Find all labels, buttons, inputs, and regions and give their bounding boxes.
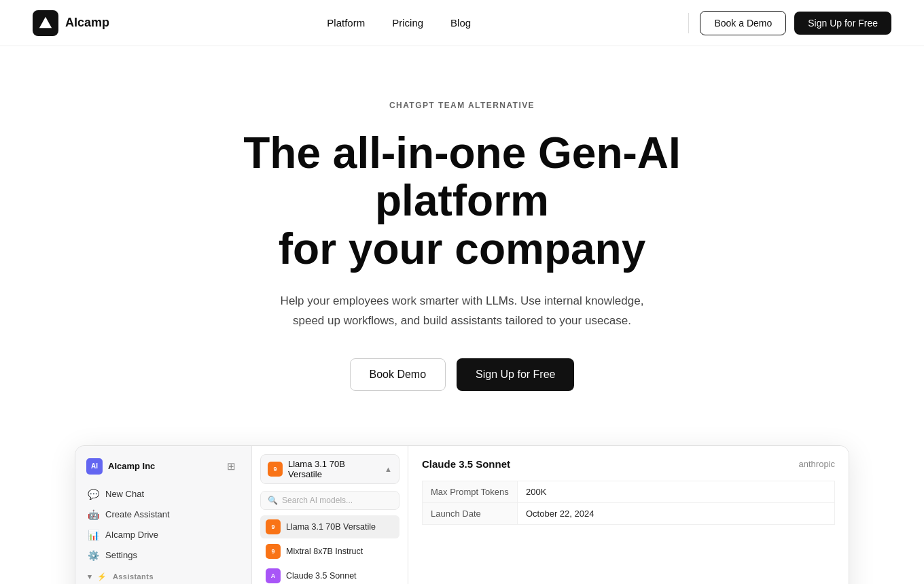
org-name: AIcamp Inc: [108, 461, 155, 471]
nav-actions: Book a Demo Sign Up for Free: [700, 11, 891, 35]
book-demo-button[interactable]: Book a Demo: [700, 11, 786, 35]
nav-platform[interactable]: Platform: [327, 17, 365, 29]
logo-text: AIcamp: [65, 16, 109, 30]
hero-section: CHATGPT TEAM ALTERNATIVE The all-in-one …: [0, 46, 924, 432]
model-list: 9 Llama 3.1 70B Versatile 9 Mixtral 8x7B…: [260, 515, 399, 584]
settings-label: Settings: [105, 550, 137, 560]
model-name-1: Mixtral 8x7B Instruct: [286, 547, 363, 556]
table-label-0: Max Prompt Tokens: [423, 481, 518, 502]
nav-blog[interactable]: Blog: [450, 17, 471, 29]
model-search-box[interactable]: 🔍 Search AI models...: [260, 491, 399, 510]
create-assistant-icon: 🤖: [88, 509, 99, 520]
logo-link[interactable]: AIcamp: [33, 10, 109, 36]
sidebar-org: AI AIcamp Inc: [86, 458, 155, 475]
model-dropdown-trigger[interactable]: 9 Llama 3.1 70B Versatile ▲: [260, 454, 399, 484]
model-dropdown-area: 9 Llama 3.1 70B Versatile ▲ 🔍 Search AI …: [252, 446, 408, 584]
table-label-1: Launch Date: [423, 502, 518, 524]
info-card-brand: anthropic: [799, 459, 835, 469]
model-name-2: Claude 3.5 Sonnet: [286, 571, 357, 581]
model-name-0: Llama 3.1 70B Versatile: [286, 522, 376, 532]
model-item-2[interactable]: A Claude 3.5 Sonnet: [260, 564, 399, 584]
model-item-1[interactable]: 9 Mixtral 8x7B Instruct: [260, 540, 399, 563]
drive-label: AIcamp Drive: [105, 530, 158, 540]
model-badge-0: 9: [266, 519, 281, 534]
assistants-section-header: ▾ ⚡ Assistants: [75, 566, 251, 584]
new-chat-label: New Chat: [105, 489, 144, 499]
table-value-0: 200K: [518, 481, 835, 502]
selected-model-badge: 9: [268, 462, 283, 477]
hero-title: The all-in-one Gen-AI platform for your …: [197, 129, 727, 273]
model-badge-1: 9: [266, 544, 281, 559]
info-card-header: Claude 3.5 Sonnet anthropic: [422, 458, 835, 470]
logo-icon: [33, 10, 58, 36]
hero-subtitle: Help your employees work smarter with LL…: [272, 292, 652, 331]
model-info-card: Claude 3.5 Sonnet anthropic Max Prompt T…: [408, 446, 849, 584]
app-sidebar: AI AIcamp Inc ⊞ 💬 New Chat 🤖 Create Assi…: [75, 446, 252, 584]
logo-svg: [38, 16, 53, 31]
org-badge: AI: [86, 458, 103, 475]
new-chat-icon: 💬: [88, 489, 99, 500]
search-placeholder: Search AI models...: [282, 496, 353, 505]
signup-button[interactable]: Sign Up for Free: [794, 12, 891, 35]
sidebar-settings[interactable]: ⚙️ Settings: [75, 545, 251, 566]
model-badge-2: A: [266, 568, 281, 583]
search-icon: 🔍: [268, 496, 278, 505]
nav-links: Platform Pricing Blog: [327, 17, 471, 29]
sidebar-toggle-button[interactable]: ⊞: [221, 457, 241, 476]
hero-book-demo-button[interactable]: Book Demo: [350, 358, 446, 391]
settings-icon: ⚙️: [88, 550, 99, 561]
sidebar-new-chat[interactable]: 💬 New Chat: [75, 484, 251, 504]
hero-ctas: Book Demo Sign Up for Free: [350, 358, 575, 391]
svg-marker-0: [39, 16, 52, 28]
sidebar-aicamp-drive[interactable]: 📊 AIcamp Drive: [75, 525, 251, 545]
drive-icon: 📊: [88, 530, 99, 540]
info-card-title: Claude 3.5 Sonnet: [422, 458, 510, 470]
assistants-label: Assistants: [113, 572, 154, 581]
table-row-1: Launch Date October 22, 2024: [423, 502, 835, 524]
sidebar-create-assistant[interactable]: 🤖 Create Assistant: [75, 504, 251, 525]
create-assistant-label: Create Assistant: [105, 509, 170, 519]
model-item-0[interactable]: 9 Llama 3.1 70B Versatile: [260, 515, 399, 538]
screenshot-frame: AI AIcamp Inc ⊞ 💬 New Chat 🤖 Create Assi…: [75, 445, 849, 584]
table-value-1: October 22, 2024: [518, 502, 835, 524]
table-row-0: Max Prompt Tokens 200K: [423, 481, 835, 502]
screenshot-wrapper: AI AIcamp Inc ⊞ 💬 New Chat 🤖 Create Assi…: [61, 445, 863, 584]
frame-inner: AI AIcamp Inc ⊞ 💬 New Chat 🤖 Create Assi…: [75, 446, 849, 584]
lightning-icon: ⚡: [97, 572, 107, 581]
hero-signup-button[interactable]: Sign Up for Free: [457, 358, 574, 391]
chevron-icon: ▾: [88, 572, 92, 581]
selected-model-name: Llama 3.1 70B Versatile: [288, 459, 379, 479]
nav-divider: [688, 13, 689, 33]
info-table: Max Prompt Tokens 200K Launch Date Octob…: [422, 481, 835, 525]
sidebar-top: AI AIcamp Inc ⊞: [75, 457, 251, 484]
hero-badge: CHATGPT TEAM ALTERNATIVE: [389, 101, 535, 110]
dropdown-chevron-icon: ▲: [385, 465, 392, 473]
nav-pricing[interactable]: Pricing: [392, 17, 423, 29]
